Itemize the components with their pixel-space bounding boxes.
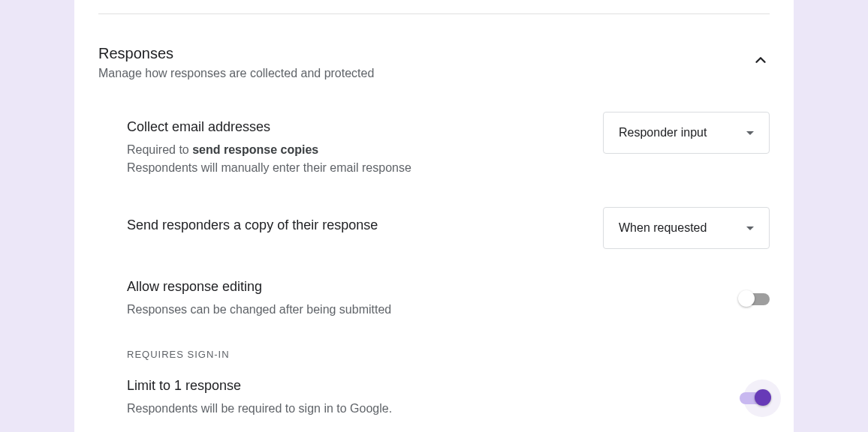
requires-signin-label: REQUIRES SIGN-IN	[127, 349, 770, 360]
collect-email-desc-line2: Respondents will manually enter their em…	[127, 159, 603, 177]
allow-edit-desc: Responses can be changed after being sub…	[127, 301, 740, 319]
send-copy-dropdown[interactable]: When requested	[603, 207, 770, 249]
limit-response-title: Limit to 1 response	[127, 378, 740, 394]
collect-email-desc: Required to send response copies Respond…	[127, 141, 603, 177]
collect-email-desc-bold: send response copies	[192, 143, 318, 156]
chevron-up-icon	[752, 52, 769, 68]
toggle-knob	[738, 290, 755, 307]
responses-section-header: Responses Manage how responses are colle…	[98, 0, 770, 80]
send-copy-text: Send responders a copy of their response	[127, 218, 603, 239]
collect-email-dropdown-value: Responder input	[619, 126, 707, 140]
section-subtitle: Manage how responses are collected and p…	[98, 67, 374, 80]
caret-down-icon	[746, 131, 754, 135]
allow-edit-title: Allow response editing	[127, 279, 740, 295]
allow-edit-text: Allow response editing Responses can be …	[127, 279, 740, 319]
limit-response-text: Limit to 1 response Respondents will be …	[127, 378, 740, 418]
section-header-text: Responses Manage how responses are colle…	[98, 45, 374, 80]
section-divider	[98, 14, 770, 14]
collect-email-dropdown[interactable]: Responder input	[603, 112, 770, 154]
send-copy-dropdown-value: When requested	[619, 221, 707, 235]
collapse-section-button[interactable]	[752, 51, 770, 69]
collect-email-title: Collect email addresses	[127, 119, 603, 135]
send-copy-row: Send responders a copy of their response…	[127, 207, 770, 249]
collect-email-row: Collect email addresses Required to send…	[127, 119, 770, 177]
limit-response-desc: Respondents will be required to sign in …	[127, 400, 740, 418]
allow-edit-toggle[interactable]	[740, 293, 770, 305]
send-copy-title: Send responders a copy of their response	[127, 218, 603, 233]
allow-edit-row: Allow response editing Responses can be …	[127, 279, 770, 319]
collect-email-text: Collect email addresses Required to send…	[127, 119, 603, 177]
collect-email-desc-prefix: Required to	[127, 143, 192, 156]
settings-card: Responses Manage how responses are colle…	[74, 0, 794, 432]
limit-response-toggle-container	[740, 392, 770, 404]
limit-response-row: Limit to 1 response Respondents will be …	[127, 378, 770, 418]
toggle-knob	[755, 389, 771, 406]
section-title: Responses	[98, 45, 374, 62]
caret-down-icon	[746, 226, 754, 230]
settings-body: Collect email addresses Required to send…	[98, 80, 770, 418]
limit-response-toggle[interactable]	[740, 392, 770, 404]
